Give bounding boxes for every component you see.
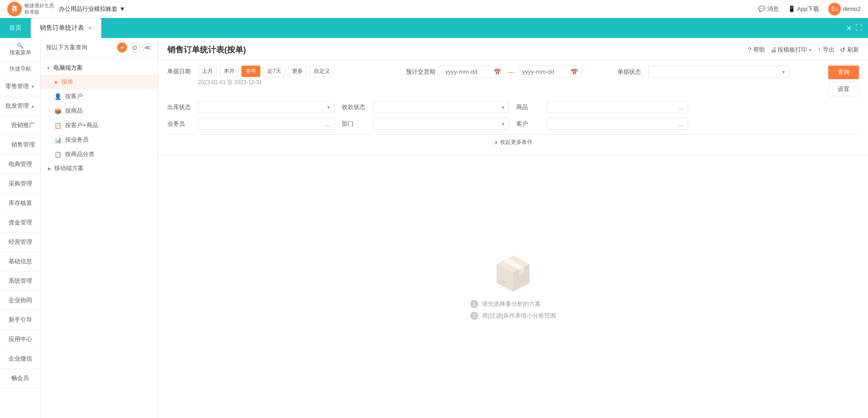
expected-date-from-input[interactable] [441,66,505,78]
collapse-more-conditions[interactable]: ∧ 收起更多条件 [167,134,859,150]
collapse-icon: ≪ [144,44,151,51]
page-actions: ? 帮助 🖨 按模板打印 ▼ ↑ 导出 ↺ 刷新 [748,46,859,54]
salesperson-scheme-icon: 📊 [54,137,61,143]
sidebar-item-newuser[interactable]: 新手引导 [0,310,40,330]
add-scheme-button[interactable]: + [117,43,127,52]
sidebar: 🔍 搜索菜单 快捷导航 零售管理 ▼ 批发管理 ▲ 营销推广 销售管理 电商管理… [0,38,41,418]
sidebar-item-finance[interactable]: 资金管理 [0,213,40,233]
sidebar-item-appcenter[interactable]: 应用中心 [0,330,40,349]
sidebar-item-wholesale[interactable]: 批发管理 ▲ [0,96,40,116]
department-label: 部门 [342,120,369,128]
sidebar-item-basic[interactable]: 基础信息 [0,252,40,271]
salesperson-input[interactable] [198,118,335,130]
mobile-group-expand-icon: ▶ [48,166,52,171]
message-icon: 💬 [758,5,765,12]
payment-status-select[interactable] [373,101,509,113]
sidebar-item-corpwechat[interactable]: 企业微信 [0,349,40,369]
sidebar-search[interactable]: 🔍 搜索菜单 [0,38,40,62]
department-select[interactable] [373,118,509,130]
payment-status-label: 收款状态 [342,103,369,111]
salesperson-more-icon[interactable]: … [325,120,331,128]
maximize-window-icon[interactable]: ⛶ [855,24,863,32]
empty-tips: 1 请先选择要分析的方案 2 用[过滤]条件来缩小分析范围 [470,300,556,320]
tree-group-desktop[interactable]: ▼ 电脑端方案 [41,61,158,75]
tip-num-2: 2 [470,312,478,320]
print-icon: 🖨 [770,46,777,53]
sidebar-item-retail[interactable]: 零售管理 ▼ [0,77,40,96]
wholesale-arrow-icon: ▲ [31,104,35,109]
tree-item-by-category[interactable]: 📋 按商品分类 [41,147,158,162]
refresh-icon: ↺ [840,46,845,53]
collapse-panel-button[interactable]: ≪ [142,43,152,52]
message-button[interactable]: 💬 消息 [758,5,779,13]
customer-scheme-icon: 👤 [54,93,61,100]
help-button[interactable]: ? 帮助 [748,46,765,54]
content-area: 按以下方案查询 + ⊙ ≪ ▼ 电脑端方案 ● [41,38,868,418]
tip-num-1: 1 [470,300,478,308]
expected-date-to-input[interactable] [518,66,581,78]
date-btn-7days[interactable]: 近7天 [263,66,285,77]
tree-item-by-order[interactable]: ● 按单 [41,75,158,89]
query-button[interactable]: 查询 [828,66,859,79]
export-button[interactable]: ↑ 导出 [818,46,835,54]
sidebar-item-system[interactable]: 系统管理 [0,271,40,291]
sidebar-shortcut[interactable]: 快捷导航 [0,62,40,77]
close-window-icon[interactable]: ✕ [846,24,852,33]
product-scheme-icon: 📦 [54,108,61,114]
top-bar: 喜 畅捷通好生意 标准版 办公用品行业模拟账套 ▼ 💬 消息 📱 App下载 E… [0,0,868,18]
logo-text: 畅捷通好生意 标准版 [24,3,54,14]
product-more-icon[interactable]: … [678,104,684,111]
sidebar-item-marketing[interactable]: 营销推广 [0,116,40,135]
edit-scheme-button[interactable]: ⊙ [130,43,140,52]
avatar-icon: Ea [828,3,841,15]
tree-item-by-salesperson[interactable]: 📊 按业务员 [41,133,158,147]
page-title: 销售订单统计表(按单) [167,44,246,55]
doc-status-label: 单据状态 [618,68,645,76]
tree-group-mobile[interactable]: ▶ 移动端方案 [41,162,158,175]
user-avatar[interactable]: Ea demo2 [828,3,861,15]
expected-date-label: 预计交货期 [406,68,438,76]
sidebar-item-inventory[interactable]: 库存核算 [0,194,40,213]
sidebar-item-member[interactable]: 畅会员 [0,369,40,388]
date-btn-this-year[interactable]: 本年 [241,66,260,77]
tab-window-actions: ✕ ⛶ [846,24,868,33]
empty-tip-2: 2 用[过滤]条件来缩小分析范围 [470,312,556,320]
export-icon: ↑ [818,46,821,53]
tab-close-icon[interactable]: ✕ [88,25,92,31]
date-btn-custom[interactable]: 自定义 [310,66,334,77]
tree-item-by-customer-product[interactable]: 📋 按客户+商品 [41,118,158,133]
edit-icon: ⊙ [132,44,137,51]
tab-home[interactable]: 首页 [0,18,31,38]
date-btn-last-month[interactable]: 上月 [198,66,217,77]
customer-more-icon[interactable]: … [678,120,684,128]
delivery-status-label: 出库状态 [167,103,194,111]
print-dropdown-icon: ▼ [808,48,812,52]
settings-button[interactable]: 设置 [828,82,859,96]
product-input[interactable] [547,101,688,113]
page-header: 销售订单统计表(按单) ? 帮助 🖨 按模板打印 ▼ ↑ 导出 [158,38,868,60]
top-bar-left: 喜 畅捷通好生意 标准版 办公用品行业模拟账套 ▼ [7,2,125,16]
refresh-button[interactable]: ↺ 刷新 [840,46,859,54]
tree-item-by-product[interactable]: 📦 按商品 [41,104,158,118]
sidebar-item-operation[interactable]: 经营管理 [0,233,40,252]
sidebar-item-enterprise[interactable]: 企业协同 [0,291,40,310]
sidebar-item-sales[interactable]: 销售管理 [0,135,40,155]
customer-product-scheme-icon: 📋 [54,122,61,129]
app-download-button[interactable]: 📱 App下载 [788,5,819,13]
sidebar-item-purchase[interactable]: 采购管理 [0,174,40,194]
tree-item-by-customer[interactable]: 👤 按客户 [41,89,158,104]
delivery-status-select[interactable] [198,101,335,113]
date-btn-more[interactable]: 更多 [288,66,307,77]
logo-icon: 喜 [7,2,22,16]
customer-input[interactable] [547,118,688,130]
tab-sales-order-stats[interactable]: 销售订单统计表 ✕ [31,18,101,38]
doc-status-select[interactable] [648,66,789,78]
empty-tip-1: 1 请先选择要分析的方案 [470,300,556,308]
main-layout: 🔍 搜索菜单 快捷导航 零售管理 ▼ 批发管理 ▲ 营销推广 销售管理 电商管理… [0,38,868,418]
left-panel-header: 按以下方案查询 + ⊙ ≪ [41,38,158,57]
industry-selector[interactable]: 办公用品行业模拟账套 ▼ [59,5,125,13]
date-btn-this-month[interactable]: 本月 [220,66,239,77]
retail-arrow-icon: ▼ [31,84,35,89]
sidebar-item-ecommerce[interactable]: 电商管理 [0,155,40,174]
print-button[interactable]: 🖨 按模板打印 ▼ [770,46,812,54]
